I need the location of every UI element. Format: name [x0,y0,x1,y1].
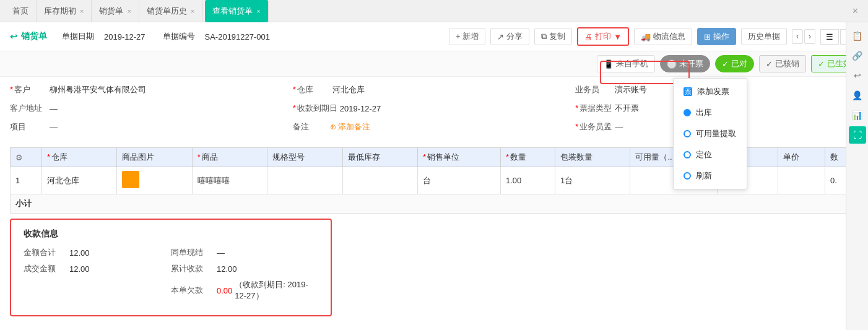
date-value: 2019-12-27 [104,32,145,41]
note-label: 备注 [293,121,330,132]
col-warehouse: 仓库 [42,148,117,167]
sidebar-icon-expand[interactable]: ⛶ [849,126,866,144]
col-spec: 规格型号 [267,148,342,167]
total-value: 12.00 [69,248,90,258]
row-product: 嘻嘻嘻嘻 [192,167,267,194]
tab-inventory-init[interactable]: 库存期初 × [37,0,92,22]
settings-icon[interactable]: ⚙ [15,153,23,162]
effective-icon: ✓ [818,59,825,69]
date-label: 单据日期 [62,31,94,42]
sidebar-icon-4[interactable]: 👤 [849,87,866,104]
cumulative-field: 累计收款 12.00 [171,263,318,274]
close-inventory-init[interactable]: × [80,7,84,15]
ticket-type-value: 不开票 [615,103,639,114]
print-button[interactable]: 🖨 打印 ▼ [577,27,629,46]
row-no: 1 [11,167,42,194]
customer-field: 客户 柳州粤港平安气体有限公司 [10,84,293,95]
close-sales-history[interactable]: × [191,7,194,15]
available-qty-item[interactable]: 可用量提取 [674,123,747,144]
col-product: 商品 [192,148,267,167]
history-button[interactable]: 历史单据 [741,28,787,45]
col-settings[interactable]: ⚙ [11,148,42,167]
window-close-button[interactable]: × [848,3,863,19]
row-spec [267,167,342,194]
operate-dropdown: 票 添加发票 出库 可用量提取 定位 刷新 [673,78,747,189]
share-icon: ↗ [497,32,504,41]
address-field: 客户地址 — [10,103,293,114]
refresh-label: 刷新 [696,170,712,181]
tab-bar: 首页 库存期初 × 销货单 × 销货单历史 × 查看销货单 × × [0,0,868,22]
tab-sales-history[interactable]: 销货单历史 × [139,0,202,22]
address-value: — [50,104,58,113]
customer-value: 柳州粤港平安气体有限公司 [50,84,146,95]
add-note-button[interactable]: ⊕ 添加备注 [330,121,371,132]
next-button[interactable]: › [804,29,815,44]
refresh-item[interactable]: 刷新 [674,165,747,186]
deal-amount-label: 成交金额 [24,263,67,274]
sidebar-icon-1[interactable]: 📋 [849,27,866,45]
sidebar-icon-3[interactable]: ↩ [849,67,866,84]
salesperson-value: — [615,123,623,132]
add-invoice-icon: 票 [684,87,692,96]
sidebar-icon-5[interactable]: 📊 [849,106,866,124]
due-date-value: 2019-12-27 [340,104,381,113]
payment-info-box: 收款信息 金额合计 12.00 同单现结 — 成交金额 12.00 累计收款 [10,219,332,316]
copy-button[interactable]: ⧉ 复制 [534,28,572,45]
same-order-field: 同单现结 — [171,247,318,258]
cancelled-icon: ✓ [766,59,773,69]
prev-button[interactable]: ‹ [792,29,803,44]
check-button[interactable]: ✓ 已对 [715,55,754,72]
grid-icon: ⊞ [704,32,711,41]
warehouse-value: 河北仓库 [332,84,365,95]
outbound-item[interactable]: 出库 [674,102,747,123]
col-min-stock: 最低库存 [342,148,417,167]
tab-sales-order[interactable]: 销货单 × [92,0,139,22]
cancelled-badge: ✓ 已核销 [759,55,806,72]
row-warehouse: 河北仓库 [42,167,117,194]
not-open-button[interactable]: ⚪ 未开票 [660,55,710,72]
mobile-icon: 📱 [604,59,614,69]
operate-button[interactable]: ⊞ 操作 [697,28,736,45]
project-value: — [50,123,58,132]
sidebar-icon-2[interactable]: 🔗 [849,47,866,64]
locate-item[interactable]: 定位 [674,144,747,165]
list-view-button[interactable]: ☰ [820,29,839,45]
check-icon: ✓ [722,59,729,69]
col-unit: 销售单位 [418,148,501,167]
row-qty: 1.00 [500,167,555,194]
balance-value: 0.00 [217,286,232,295]
share-button[interactable]: ↗ 分享 [490,28,529,45]
logistics-button[interactable]: 🚚 物流信息 [634,28,692,45]
col-img: 商品图片 [117,148,192,167]
payment-row-2: 成交金额 12.00 累计收款 12.00 [24,263,318,274]
staff-value: 演示账号 [615,84,647,95]
row-min-stock [342,167,417,194]
doc-title: ↩ 销货单 [10,31,47,42]
outbound-label: 出库 [696,107,712,118]
tab-view-sales[interactable]: 查看销货单 × [205,0,268,22]
copy-icon: ⧉ [541,32,547,41]
available-qty-icon [684,130,691,137]
nav-arrows: ‹ › [792,29,815,44]
total-label: 金额合计 [24,247,67,258]
available-qty-label: 可用量提取 [696,128,736,139]
col-price: 单价 [778,148,825,167]
add-invoice-item[interactable]: 票 添加发票 [674,81,747,102]
deal-amount-value: 12.00 [69,264,90,274]
deal-amount-field: 成交金额 12.00 [24,263,171,274]
close-sales-order[interactable]: × [127,7,131,15]
refresh-icon [684,172,691,180]
from-mobile-button[interactable]: 📱 来自手机 [597,55,655,72]
content-area: ↩ 销货单 单据日期 2019-12-27 单据编号 SA-20191227-0… [0,22,868,330]
new-button[interactable]: + 新增 [449,28,485,45]
doc-title-icon: ↩ [10,32,17,41]
row-price [778,167,825,194]
project-label: 项目 [10,121,47,132]
due-date-field: 收款到期日 2019-12-27 [293,103,576,114]
close-view-sales[interactable]: × [256,7,260,15]
warehouse-field: 仓库 河北仓库 [293,84,576,95]
no-value: SA-20191227-001 [205,32,271,41]
tab-home[interactable]: 首页 [5,0,37,22]
subtotal-label: 小计 [11,194,858,214]
balance-label: 本单欠款 [171,285,214,296]
